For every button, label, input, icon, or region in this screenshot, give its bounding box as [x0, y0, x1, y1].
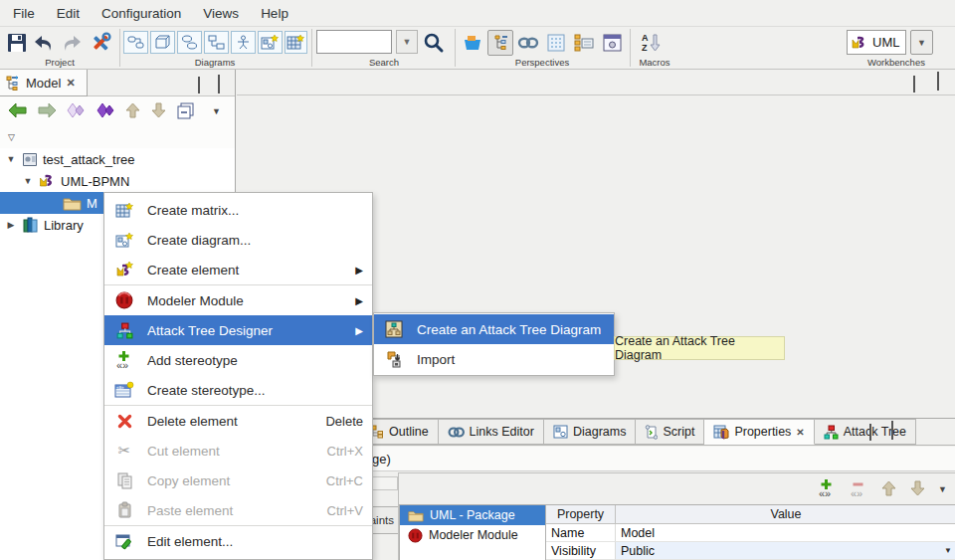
- move-down-button[interactable]: [909, 479, 926, 500]
- tab-properties[interactable]: Properties ✕: [704, 419, 814, 445]
- create-diagram-button[interactable]: [258, 31, 283, 54]
- collapse-all-button[interactable]: [176, 101, 195, 122]
- save-icon: [7, 33, 27, 53]
- tree-item-project[interactable]: ▼ test_attack_tree: [0, 148, 235, 170]
- menu-item-label: Create an Attack Tree Diagram: [417, 322, 601, 337]
- links-perspective-button[interactable]: [515, 30, 541, 56]
- property-value-cell[interactable]: Public ▼: [616, 542, 955, 560]
- add-stereotype-button[interactable]: «»: [817, 478, 837, 501]
- class-diagram-icon: [208, 35, 225, 50]
- workbench-dropdown[interactable]: ▼: [910, 30, 933, 55]
- nav-prev-modified-button[interactable]: [67, 101, 87, 122]
- menu-item-paste-element[interactable]: Paste element Ctrl+V: [104, 495, 372, 525]
- tools-icon: [90, 32, 111, 54]
- move-up-button[interactable]: [124, 101, 141, 122]
- view-menu-dropdown[interactable]: ▼: [212, 106, 221, 116]
- copy-icon: [116, 471, 133, 489]
- column-header-property[interactable]: Property: [546, 505, 616, 524]
- configure-tools-button[interactable]: [88, 30, 113, 56]
- menu-item-modeler-module[interactable]: Modeler Module ▶: [104, 285, 372, 315]
- delete-icon: [117, 414, 132, 429]
- nav-forward-button[interactable]: [37, 101, 58, 122]
- tab-links-editor[interactable]: Links Editor: [439, 419, 544, 445]
- menu-item-label: Modeler Module: [147, 293, 244, 308]
- menu-file[interactable]: File: [2, 0, 46, 27]
- list-item-uml-package[interactable]: UML - Package: [400, 505, 545, 525]
- window-perspective-button[interactable]: [599, 30, 625, 56]
- minimize-editor-button[interactable]: [913, 77, 926, 88]
- hierarchy-perspective-button[interactable]: [571, 30, 597, 56]
- create-usecase-diagram-button[interactable]: [177, 31, 202, 54]
- submenu-arrow-icon: ▶: [355, 295, 363, 306]
- grid-perspective-button[interactable]: [543, 30, 569, 56]
- svg-text:«a»: «a»: [116, 385, 124, 390]
- search-history-dropdown[interactable]: ▼: [396, 30, 418, 54]
- twistie-collapsed-icon[interactable]: ▶: [5, 220, 17, 230]
- combo-dropdown-icon[interactable]: ▼: [944, 546, 952, 555]
- menu-item-label: Create diagram...: [147, 233, 251, 248]
- create-deployment-diagram-button[interactable]: [150, 31, 175, 54]
- search-input[interactable]: [316, 30, 392, 54]
- menu-item-create-matrix[interactable]: Create matrix...: [104, 195, 372, 225]
- project-perspective-button[interactable]: [460, 30, 485, 56]
- close-tab-icon[interactable]: ✕: [66, 77, 75, 90]
- submenu-item-create-attack-tree-diagram[interactable]: Create an Attack Tree Diagram: [374, 314, 614, 344]
- toolbar-group-project: Project: [2, 27, 117, 69]
- menu-item-add-stereotype[interactable]: «» Add stereotype: [104, 345, 372, 375]
- minimize-bottom-panel-button[interactable]: [869, 425, 882, 436]
- column-header-value[interactable]: Value: [616, 505, 955, 524]
- twistie-expanded-icon[interactable]: ▼: [22, 176, 34, 186]
- tab-model[interactable]: Model ✕: [0, 70, 88, 96]
- filter-dropdown[interactable]: ▽: [8, 132, 15, 142]
- attack-tree-submenu: Create an Attack Tree Diagram Import: [373, 312, 615, 376]
- menu-edit[interactable]: Edit: [46, 0, 91, 27]
- undo-button[interactable]: [31, 30, 57, 56]
- menu-item-cut-element[interactable]: ✂ Cut element Ctrl+X: [104, 436, 372, 466]
- remove-stereotype-button[interactable]: «»: [849, 478, 868, 501]
- submenu-item-import[interactable]: Import: [374, 344, 614, 374]
- menu-item-create-diagram[interactable]: Create diagram...: [104, 225, 372, 255]
- minimize-panel-button[interactable]: [198, 78, 211, 89]
- menu-item-create-element[interactable]: Create element ▶: [104, 255, 372, 284]
- move-down-button[interactable]: [150, 101, 167, 122]
- svg-text:«»: «»: [116, 359, 128, 370]
- property-value-cell[interactable]: Model: [616, 524, 955, 542]
- tab-diagrams[interactable]: Diagrams: [544, 419, 637, 445]
- maximize-bottom-panel-button[interactable]: [891, 424, 904, 435]
- menu-item-edit-element[interactable]: Edit element...: [104, 526, 372, 556]
- create-actor-button[interactable]: [231, 31, 256, 54]
- properties-menu-dropdown[interactable]: ▼: [938, 484, 947, 494]
- move-up-button[interactable]: [880, 479, 897, 500]
- redo-button[interactable]: [59, 30, 85, 56]
- property-name-cell[interactable]: Visibility: [546, 542, 616, 560]
- menu-views[interactable]: Views: [192, 0, 250, 27]
- menu-item-create-stereotype[interactable]: «a» Create stereotype...: [104, 375, 372, 405]
- create-state-diagram-button[interactable]: [123, 31, 148, 54]
- tab-label: Outline: [389, 425, 429, 439]
- twistie-expanded-icon[interactable]: ▼: [5, 154, 17, 164]
- nav-next-modified-button[interactable]: [96, 101, 115, 122]
- maximize-panel-button[interactable]: [218, 78, 231, 89]
- list-item-modeler-module[interactable]: Modeler Module: [400, 525, 545, 545]
- nav-back-button[interactable]: [7, 101, 28, 122]
- model-perspective-button[interactable]: [487, 30, 513, 56]
- tree-item-uml-bpmn[interactable]: ▼ UML-BPMN: [0, 170, 235, 192]
- modelio-logo-icon: [852, 35, 867, 51]
- close-tab-icon[interactable]: ✕: [796, 427, 804, 438]
- tab-script[interactable]: Script: [636, 419, 704, 445]
- create-matrix-button[interactable]: [285, 31, 307, 54]
- property-name-cell[interactable]: Name: [546, 524, 616, 542]
- menu-item-delete-element[interactable]: Delete element Delete: [104, 406, 372, 436]
- create-class-diagram-button[interactable]: [204, 31, 229, 54]
- model-panel-header: Model ✕: [0, 70, 235, 96]
- workbench-combo[interactable]: UML: [847, 30, 906, 55]
- search-button[interactable]: [421, 30, 447, 56]
- menu-item-label: Create matrix...: [147, 203, 239, 218]
- menu-item-attack-tree-designer[interactable]: Attack Tree Designer ▶: [104, 315, 372, 345]
- menu-item-copy-element[interactable]: Copy element Ctrl+C: [104, 466, 372, 495]
- menu-help[interactable]: Help: [250, 0, 299, 27]
- menu-configuration[interactable]: Configuration: [91, 0, 192, 27]
- sort-az-button[interactable]: AZ: [638, 30, 664, 56]
- maximize-editor-button[interactable]: [937, 75, 950, 86]
- save-button[interactable]: [4, 30, 30, 56]
